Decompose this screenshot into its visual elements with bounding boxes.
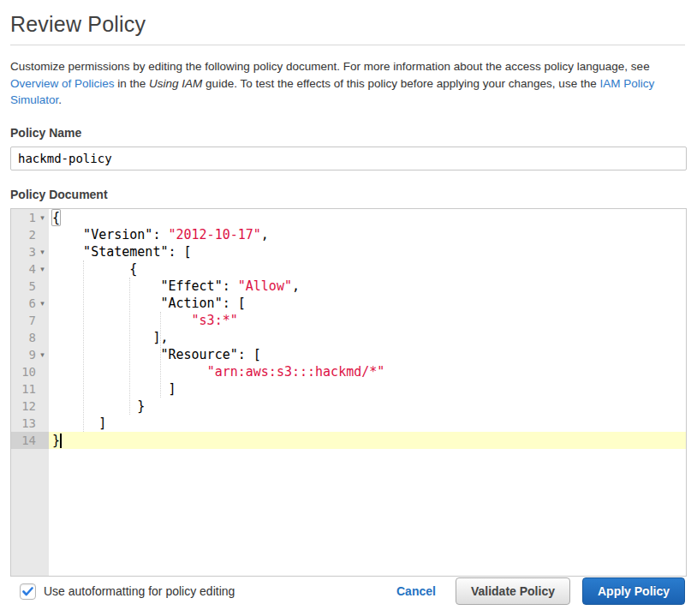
cancel-button[interactable]: Cancel bbox=[396, 584, 436, 598]
using-iam-guide-name: Using IAM bbox=[149, 77, 202, 90]
intro-text-1: Customize permissions by editing the fol… bbox=[10, 60, 650, 73]
code-line[interactable]: "s3:*" bbox=[49, 312, 686, 329]
autoformat-checkbox[interactable] bbox=[20, 583, 36, 600]
fold-toggle-icon[interactable]: ▾ bbox=[36, 346, 49, 363]
title-divider bbox=[10, 45, 685, 45]
code-line[interactable]: "Action": [ bbox=[49, 295, 686, 312]
policy-name-label: Policy Name bbox=[10, 126, 685, 140]
fold-toggle-icon[interactable]: ▾ bbox=[36, 260, 49, 278]
json-string-token: "Allow" bbox=[238, 278, 292, 294]
intro-text-3: guide. To test the effects of this polic… bbox=[202, 77, 599, 90]
json-token: ] bbox=[52, 381, 176, 397]
code-line[interactable]: "Effect": "Allow", bbox=[49, 278, 686, 295]
code-line[interactable]: } bbox=[49, 432, 686, 449]
json-token: { bbox=[52, 261, 137, 277]
json-token: ], bbox=[52, 330, 168, 345]
json-token: "Action": [ bbox=[52, 296, 246, 311]
gutter-line-number[interactable]: 1▾ bbox=[11, 209, 49, 226]
line-number: 14 bbox=[21, 434, 36, 447]
fold-toggle-icon[interactable]: ▾ bbox=[36, 295, 49, 312]
code-line[interactable]: "Resource": [ bbox=[49, 346, 686, 363]
gutter-line-number: 14 bbox=[11, 432, 49, 449]
gutter-line-number[interactable]: 3▾ bbox=[11, 243, 49, 260]
text-cursor bbox=[60, 434, 62, 448]
code-line[interactable]: "Statement": [ bbox=[49, 243, 686, 260]
json-token: "Resource": [ bbox=[52, 347, 261, 362]
editor-gutter: 1▾23▾4▾56▾789▾1011121314 bbox=[11, 209, 49, 576]
footer-actions: Use autoformatting for policy editing Ca… bbox=[10, 577, 685, 605]
intro-text-2: in the bbox=[115, 77, 150, 90]
policy-name-input[interactable] bbox=[10, 147, 687, 170]
gutter-line-number[interactable]: 9▾ bbox=[11, 346, 49, 363]
line-number: 9 bbox=[29, 348, 36, 362]
gutter-line-number: 5 bbox=[11, 278, 49, 295]
json-token: } bbox=[52, 398, 145, 414]
code-line[interactable]: { bbox=[49, 209, 686, 226]
validate-policy-button[interactable]: Validate Policy bbox=[456, 577, 570, 605]
json-token: "Version": bbox=[52, 227, 168, 242]
policy-document-label: Policy Document bbox=[10, 188, 685, 201]
gutter-line-number: 12 bbox=[11, 398, 49, 415]
line-number: 6 bbox=[29, 296, 36, 310]
gutter-line-number: 11 bbox=[11, 380, 49, 398]
line-number: 2 bbox=[29, 228, 36, 242]
gutter-line-number[interactable]: 6▾ bbox=[11, 295, 49, 312]
line-number: 1 bbox=[29, 211, 36, 224]
line-number: 11 bbox=[21, 382, 36, 396]
json-token bbox=[52, 364, 207, 380]
fold-toggle-icon[interactable]: ▾ bbox=[36, 209, 49, 226]
overview-of-policies-link[interactable]: Overview of Policies bbox=[10, 77, 115, 90]
gutter-line-number[interactable]: 4▾ bbox=[11, 260, 49, 278]
editor-code-area[interactable]: { "Version": "2012-10-17", "Statement": … bbox=[49, 209, 686, 576]
page-title: Review Policy bbox=[10, 12, 685, 37]
intro-text-4: . bbox=[58, 93, 62, 106]
intro-paragraph: Customize permissions by editing the fol… bbox=[10, 58, 685, 109]
json-string-token: "s3:*" bbox=[192, 313, 238, 328]
gutter-line-number: 7 bbox=[11, 312, 49, 329]
policy-document-editor[interactable]: 1▾23▾4▾56▾789▾1011121314 { "Version": "2… bbox=[10, 208, 687, 577]
code-line[interactable]: } bbox=[49, 398, 686, 415]
json-string-token: "arn:aws:s3:::hackmd/*" bbox=[207, 364, 385, 380]
line-number: 8 bbox=[29, 331, 36, 344]
json-token: , bbox=[292, 278, 300, 294]
review-policy-page: Review Policy Customize permissions by e… bbox=[0, 0, 697, 577]
code-line[interactable]: ] bbox=[49, 415, 686, 432]
line-number: 3 bbox=[29, 245, 36, 259]
json-token: ] bbox=[52, 416, 106, 431]
line-number: 4 bbox=[29, 262, 36, 276]
code-line[interactable]: "Version": "2012-10-17", bbox=[49, 226, 686, 243]
json-token: { bbox=[52, 210, 60, 225]
line-number: 7 bbox=[29, 314, 36, 327]
apply-policy-button[interactable]: Apply Policy bbox=[582, 577, 685, 605]
line-number: 12 bbox=[21, 399, 36, 413]
json-token: "Effect": bbox=[52, 278, 238, 294]
gutter-line-number: 8 bbox=[11, 329, 49, 346]
line-number: 13 bbox=[21, 416, 36, 430]
code-line[interactable]: ], bbox=[49, 329, 686, 346]
gutter-line-number: 13 bbox=[11, 415, 49, 432]
fold-toggle-icon[interactable]: ▾ bbox=[36, 243, 49, 260]
autoformat-label: Use autoformatting for policy editing bbox=[44, 584, 235, 598]
gutter-line-number: 10 bbox=[11, 363, 49, 380]
json-token: , bbox=[261, 227, 269, 242]
code-line[interactable]: "arn:aws:s3:::hackmd/*" bbox=[49, 363, 686, 380]
code-line[interactable]: { bbox=[49, 260, 686, 278]
gutter-line-number: 2 bbox=[11, 226, 49, 243]
checkmark-icon bbox=[22, 587, 33, 596]
code-line[interactable]: ] bbox=[49, 380, 686, 398]
json-token bbox=[52, 313, 192, 328]
line-number: 10 bbox=[21, 365, 36, 379]
json-string-token: "2012-10-17" bbox=[168, 227, 260, 242]
line-number: 5 bbox=[29, 279, 36, 293]
json-token: } bbox=[52, 433, 60, 448]
json-token: "Statement": [ bbox=[52, 244, 192, 260]
